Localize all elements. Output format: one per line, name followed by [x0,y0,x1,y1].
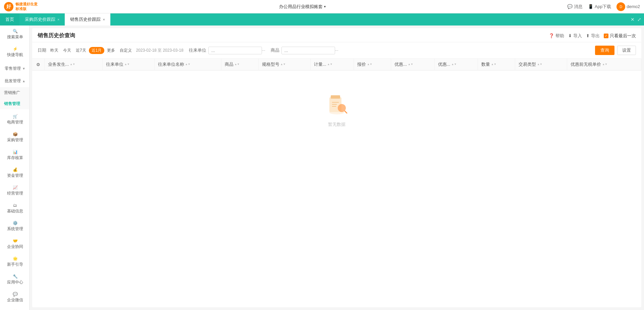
sidebar-item-sales-mgmt[interactable]: 销售管理 [0,98,29,109]
sidebar-item-purchase[interactable]: 📦 采购管理 [0,128,29,146]
import-icon: ⬇ [568,33,572,38]
sidebar-item-marketing[interactable]: 营销推广 [0,87,29,98]
th-spec[interactable]: 规格型号 ▲▼ [258,59,310,70]
settings-icon[interactable]: ⚙ [36,62,40,67]
message-icon: 💬 [567,4,573,9]
appstore-icon: 🔧 [13,274,18,279]
table-header-row: ⚙ 业务发生... ▲▼ 往来单位 [32,59,641,70]
page-container: 销售历史价查询 ❓ 帮助 ⬇ 导入 ⬆ 导出 ✓ [32,28,641,307]
finance-icon: 💰 [13,167,18,172]
date-btn-7days[interactable]: 近7天 [74,47,88,54]
sidebar-item-ecommerce[interactable]: 🛒 电商管理 [0,111,29,128]
sidebar-item-enterprise[interactable]: 🤝 企业协同 [0,235,29,253]
logo-icon: 好 [4,2,13,11]
th-trade-type[interactable]: 交易类型 ▲▼ [515,59,567,70]
query-btn[interactable]: 查询 [595,46,614,55]
sort-arrows-discount2: ▲▼ [451,63,457,66]
tab-sales-close[interactable]: × [103,17,105,21]
sidebar-item-newbie[interactable]: 🌟 新手引导 [0,253,29,271]
th-biz-date[interactable]: 业务发生... ▲▼ [44,59,102,70]
th-unit[interactable]: 计量... ▲▼ [310,59,354,70]
logo-area: 好 畅捷通好生意 标准版 [4,2,38,11]
date-btn-1month[interactable]: 近1月 [89,47,105,54]
sort-arrows-unit: ▲▼ [327,63,333,66]
sort-arrows-quantity: ▲▼ [491,63,496,66]
filter-bar: 日期 昨天 今天 近7天 近1月 更多 自定义 2023-02-18 至 202… [32,42,641,59]
th-discount1[interactable]: 优惠... ▲▼ [391,59,434,70]
date-btn-more[interactable]: 更多 [105,47,117,54]
th-pretax-price[interactable]: 优惠前无税单价 ▲▼ [567,59,641,70]
download-icon: 📱 [588,4,593,9]
sidebar-item-operations[interactable]: 📈 经营管理 [0,182,29,200]
sort-arrows-trade-type: ▲▼ [537,63,542,66]
page-title: 销售历史价查询 [38,32,75,39]
product-input-wrap: ··· [281,47,338,54]
sidebar-item-retail[interactable]: 零售管理 ▼ [0,62,29,75]
help-btn[interactable]: ❓ 帮助 [549,33,564,39]
sidebar-item-wholesale[interactable]: 批发管理 ▲ [0,75,29,87]
sidebar-item-basic[interactable]: 🗂 基础信息 [0,200,29,217]
weixin-icon: 💬 [13,292,18,297]
sort-arrows-partner-code: ▲▼ [124,63,130,66]
page-header: 销售历史价查询 ❓ 帮助 ⬇ 导入 ⬆ 导出 ✓ [32,28,641,42]
product-filter-group: 商品 ··· [271,47,338,54]
th-product[interactable]: 商品 ▲▼ [221,59,258,70]
sidebar-item-weixin[interactable]: 💬 企业微信 [0,289,29,306]
sidebar-item-search[interactable]: 🔍 搜索菜单 [0,25,29,43]
last-one-checkbox[interactable]: ✓ [604,34,608,38]
data-table: ⚙ 业务发生... ▲▼ 往来单位 [32,59,641,70]
sort-arrows-quote: ▲▼ [367,63,372,66]
sidebar-item-member[interactable]: 👑 畅会员 [0,306,29,310]
tab-bar: 首页 采购历史价跟踪 × 销售历史价跟踪 × ✕ ⤢ [0,13,644,25]
window-close-btn[interactable]: ✕ [631,17,635,22]
tab-sales[interactable]: 销售历史价跟踪 × [65,13,110,25]
th-quantity[interactable]: 数量 ▲▼ [478,59,515,70]
export-btn[interactable]: ⬆ 导出 [586,33,600,39]
partner-input[interactable] [208,47,262,54]
operations-icon: 📈 [13,185,18,190]
settings-btn[interactable]: 设置 [617,46,636,55]
help-icon: ❓ [549,33,554,38]
tab-home[interactable]: 首页 [0,13,19,25]
empty-icon [323,91,350,117]
date-btn-yesterday[interactable]: 昨天 [48,47,60,54]
tab-actions: ✕ ⤢ [628,13,644,25]
basic-icon: 🗂 [13,203,17,208]
message-btn[interactable]: 💬 消息 [567,4,583,10]
app-title: 办公用品行业模拟账套 [279,4,323,10]
sidebar-item-quick[interactable]: ⚡ 快捷导航 [0,43,29,61]
import-btn[interactable]: ⬇ 导入 [568,33,582,39]
date-label: 日期 [38,47,46,53]
sort-arrows-discount1: ▲▼ [408,63,413,66]
user-menu[interactable]: D demo2 [616,2,640,11]
date-buttons: 昨天 今天 近7天 近1月 更多 自定义 [48,47,134,54]
sidebar-item-inventory[interactable]: 📊 库存核算 [0,146,29,164]
wholesale-arrow: ▲ [22,79,25,83]
tab-purchase[interactable]: 采购历史价跟踪 × [19,13,65,25]
quick-icon: ⚡ [13,47,18,51]
th-partner-code[interactable]: 往来单位 ▲▼ [102,59,154,70]
product-input[interactable] [281,47,335,54]
partner-input-wrap: ··· [208,47,265,54]
th-discount2[interactable]: 优惠... ▲▼ [434,59,478,70]
app-download-btn[interactable]: 📱 App下载 [588,4,611,10]
sidebar-item-appstore[interactable]: 🔧 应用中心 [0,271,29,289]
dropdown-icon[interactable]: ▾ [324,5,326,8]
sidebar-sub-wholesale: 营销推广 销售管理 [0,87,29,109]
last-one-checkbox-wrapper[interactable]: ✓ 只看最后一次 [604,33,636,39]
window-maximize-btn[interactable]: ⤢ [637,17,641,22]
sidebar-item-system[interactable]: ⚙️ 系统管理 [0,217,29,235]
filter-actions: 查询 设置 [595,46,636,55]
tab-purchase-close[interactable]: × [57,17,59,21]
partner-label: 往来单位 [189,47,206,53]
th-quote[interactable]: 报价 ▲▼ [354,59,391,70]
date-btn-today[interactable]: 今天 [61,47,73,54]
date-btn-custom[interactable]: 自定义 [118,47,134,54]
top-bar: 好 畅捷通好生意 标准版 办公用品行业模拟账套 ▾ 💬 消息 📱 App下载 D… [0,0,644,13]
sidebar-item-finance[interactable]: 💰 资金管理 [0,164,29,182]
th-settings[interactable]: ⚙ [32,59,44,70]
svg-line-4 [345,111,347,113]
th-partner-name[interactable]: 往来单位名称 ▲▼ [154,59,221,70]
content: 销售历史价查询 ❓ 帮助 ⬇ 导入 ⬆ 导出 ✓ [30,25,644,310]
page-actions: ❓ 帮助 ⬇ 导入 ⬆ 导出 ✓ 只看最后一次 [549,33,636,39]
